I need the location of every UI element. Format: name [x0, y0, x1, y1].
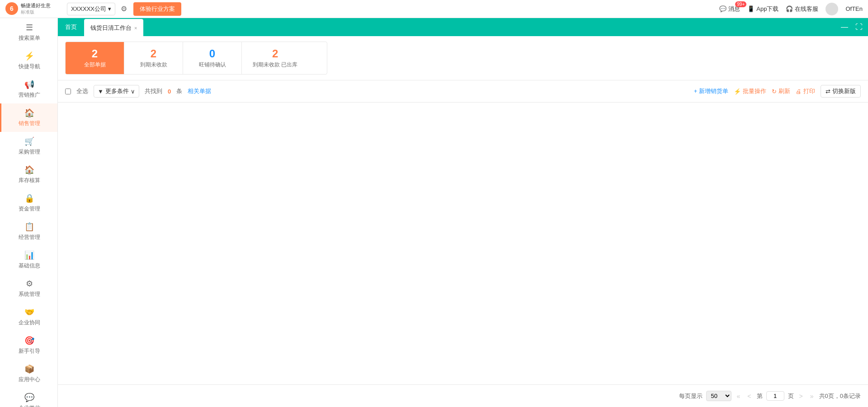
purchase-icon: 🛒 [24, 136, 34, 146]
tab-maximize-icon[interactable]: ⛶ [854, 21, 864, 33]
sidebar-item-quick-nav[interactable]: ⚡ 快捷导航 [0, 47, 57, 75]
stat-card-overdue[interactable]: 2 到期未收款 [124, 42, 183, 74]
page-size-select[interactable]: 50 10 20 100 [706, 391, 731, 401]
print-button[interactable]: 🖨 打印 [796, 87, 815, 95]
refresh-button[interactable]: ↻ 刷新 [772, 87, 790, 95]
sidebar-item-operations[interactable]: 📋 经营管理 [0, 217, 57, 246]
prev-page-button[interactable]: < [745, 391, 753, 402]
online-service-label: 在线客服 [795, 5, 818, 13]
sidebar-item-enterprise[interactable]: 🤝 企业协同 [0, 303, 57, 331]
tab-bar-controls: — ⛶ [839, 21, 868, 33]
stat-label-all: 全部单据 [84, 61, 106, 69]
switch-label: 切换新版 [832, 87, 856, 95]
related-link[interactable]: 相关单据 [188, 87, 211, 95]
filter-chevron-icon: ∨ [131, 88, 135, 95]
batch-icon: ⚡ [734, 88, 741, 95]
sidebar-item-guide[interactable]: 🎯 新手引导 [0, 331, 57, 360]
sidebar-label-sales: 销售管理 [19, 120, 40, 127]
table-area [58, 103, 868, 384]
filter-button[interactable]: ▼ 更多条件 ∨ [94, 85, 139, 98]
stat-card-wangpu[interactable]: 0 旺铺待确认 [183, 42, 242, 74]
tab-workbench[interactable]: 钱货日清工作台 × [84, 19, 143, 37]
finance-icon: 🔒 [24, 193, 34, 203]
app-logo-icon: 6 [5, 2, 18, 15]
sidebar-label-inventory: 库存核算 [19, 177, 40, 184]
message-button[interactable]: 💬 消息 99+ [719, 5, 740, 13]
app-badge: 标准版 [21, 9, 51, 15]
tab-minimize-icon[interactable]: — [839, 21, 850, 33]
print-label: 打印 [803, 87, 815, 95]
basic-info-icon: 📊 [24, 250, 34, 260]
sidebar-item-wechat[interactable]: 💬 企业微信 [0, 388, 57, 407]
found-count: 0 [168, 88, 171, 95]
tab-close-icon[interactable]: × [134, 25, 137, 31]
stat-card-all[interactable]: 2 全部单据 [66, 42, 124, 74]
sidebar-label-finance: 资金管理 [19, 205, 40, 213]
sidebar-item-system[interactable]: ⚙ 系统管理 [0, 274, 57, 303]
refresh-label: 刷新 [778, 87, 790, 95]
sidebar-label-system: 系统管理 [19, 290, 40, 298]
page-number-input[interactable]: 1 [766, 391, 784, 401]
filter-label: 更多条件 [105, 87, 129, 95]
select-all-checkbox[interactable] [65, 89, 71, 94]
sidebar-item-marketing[interactable]: 📢 营销推广 [0, 75, 57, 103]
last-page-button[interactable]: » [808, 391, 816, 402]
main-layout: ☰ 搜索菜单 ⚡ 快捷导航 📢 营销推广 🏠 销售管理 🛒 采购管理 🏠 库存核… [0, 18, 868, 407]
sidebar-item-purchase[interactable]: 🛒 采购管理 [0, 132, 57, 160]
sidebar-item-inventory[interactable]: 🏠 库存核算 [0, 160, 57, 189]
next-page-button[interactable]: > [797, 391, 805, 402]
stats-cards: 2 全部单据 2 到期未收款 0 旺铺待确认 2 到期未收款 已出库 [65, 42, 327, 75]
chevron-down-icon: ▾ [108, 5, 111, 12]
stat-label-overdue-shipped: 到期未收款 已出库 [253, 61, 297, 69]
switch-version-button[interactable]: ⇄ 切换新版 [821, 85, 861, 98]
sidebar-item-finance[interactable]: 🔒 资金管理 [0, 189, 57, 217]
avatar[interactable] [826, 3, 838, 15]
operations-icon: 📋 [24, 222, 34, 232]
quick-nav-icon: ⚡ [24, 51, 34, 61]
logo-area: 6 畅捷通好生意 标准版 [5, 2, 63, 15]
found-unit: 条 [176, 87, 182, 95]
sidebar-label-basic-info: 基础信息 [19, 262, 40, 270]
print-icon: 🖨 [796, 88, 802, 95]
toolbar-right: + 新增销货单 ⚡ 批量操作 ↻ 刷新 🖨 打印 ⇄ [694, 85, 861, 98]
app-name: 畅捷通好生意 [21, 2, 51, 9]
refresh-icon: ↻ [772, 88, 777, 95]
stat-card-overdue-shipped[interactable]: 2 到期未收款 已出库 [242, 42, 308, 74]
switch-icon: ⇄ [826, 88, 830, 95]
filter-icon: ▼ [98, 88, 104, 95]
company-selector[interactable]: XXXXXX公司 ▾ [67, 3, 115, 15]
sidebar-label-wechat: 企业微信 [19, 404, 40, 407]
stat-number-all: 2 [92, 47, 98, 60]
app-download-button[interactable]: 📱 App下载 [747, 5, 778, 13]
inventory-icon: 🏠 [24, 165, 34, 175]
content-area: 首页 钱货日清工作台 × — ⛶ 2 全部单据 2 [58, 18, 868, 407]
total-records: 共0页，0条记录 [819, 392, 861, 400]
guide-icon: 🎯 [24, 336, 34, 346]
sidebar-item-app-center[interactable]: 📦 应用中心 [0, 360, 57, 388]
stat-number-wangpu: 0 [209, 47, 215, 60]
app-center-icon: 📦 [24, 364, 34, 374]
trial-button[interactable]: 体验行业方案 [133, 2, 181, 16]
sidebar-label-purchase: 采购管理 [19, 148, 40, 156]
page-label: 第 [757, 392, 763, 400]
sidebar-item-sales[interactable]: 🏠 销售管理 [0, 103, 57, 132]
sidebar-label-enterprise: 企业协同 [19, 319, 40, 327]
sidebar-item-search-menu[interactable]: ☰ 搜索菜单 [0, 18, 57, 47]
sidebar: ☰ 搜索菜单 ⚡ 快捷导航 📢 营销推广 🏠 销售管理 🛒 采购管理 🏠 库存核… [0, 18, 58, 407]
add-sales-order-button[interactable]: + 新增销货单 [694, 87, 728, 95]
header-right: 💬 消息 99+ 📱 App下载 🎧 在线客服 OfTEn [719, 3, 863, 15]
first-page-button[interactable]: « [735, 391, 742, 402]
tab-home[interactable]: 首页 [58, 18, 84, 36]
sidebar-label-search-menu: 搜索菜单 [19, 34, 40, 42]
stat-label-wangpu: 旺铺待确认 [199, 61, 226, 69]
settings-icon[interactable]: ⚙ [119, 3, 129, 15]
page-size-label: 每页显示 [679, 392, 703, 400]
username: OfTEn [845, 5, 863, 12]
toolbar: 全选 ▼ 更多条件 ∨ 共找到 0 条 相关单据 + 新增销货单 ⚡ 批量操作 [58, 80, 868, 103]
sidebar-item-basic-info[interactable]: 📊 基础信息 [0, 246, 57, 274]
company-name: XXXXXX公司 [71, 5, 106, 13]
page-end-label: 页 [788, 392, 794, 400]
online-service-button[interactable]: 🎧 在线客服 [786, 5, 818, 13]
batch-operation-button[interactable]: ⚡ 批量操作 [734, 87, 766, 95]
system-icon: ⚙ [26, 279, 33, 289]
